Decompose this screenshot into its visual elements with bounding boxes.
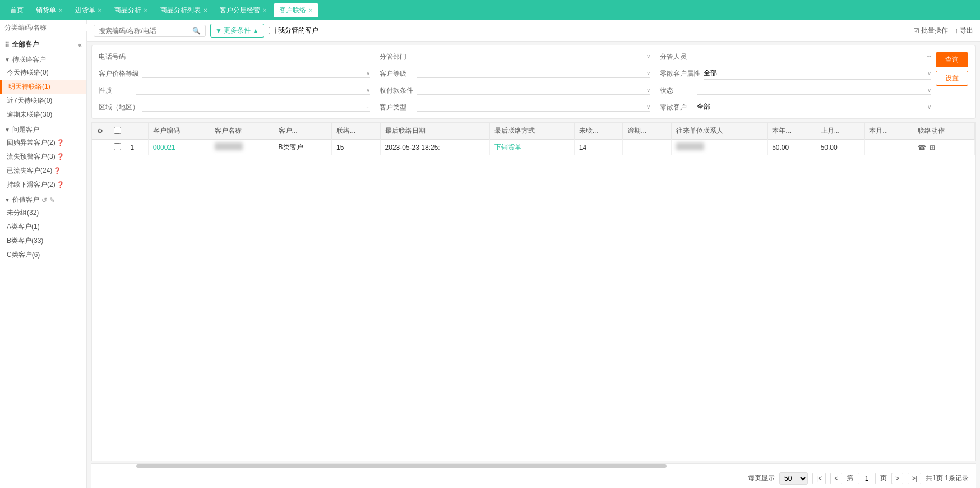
sidebar-item-repurchase-abnormal[interactable]: 回购异常客户(2) ❓ <box>0 136 86 150</box>
th-last-contact-date[interactable]: 最后联络日期 <box>380 123 489 140</box>
filter-payment-label: 收付款条件 <box>380 86 413 95</box>
th-settings[interactable]: ⚙ <box>92 123 109 140</box>
th-code[interactable]: 客户编码 <box>148 123 210 140</box>
filter-price-level-select[interactable]: ∨ <box>142 69 370 78</box>
data-table: ⚙ 客户编码 客户名称 客户... 联络... <box>92 123 975 155</box>
th-type[interactable]: 客户... <box>274 123 331 140</box>
sidebar-item-7day-contact[interactable]: 近7天待联络(0) <box>0 94 86 108</box>
query-button[interactable]: 查询 <box>936 52 968 67</box>
per-page-select[interactable]: 50 20 100 <box>779 472 808 485</box>
nav-close-icon[interactable]: ✕ <box>308 7 313 13</box>
collapse-icon[interactable]: « <box>78 41 82 49</box>
filter-retail-customer: 零散客户 全部 ∨ <box>660 101 931 113</box>
filter-dept-select[interactable]: ∨ <box>417 52 651 61</box>
nav-product-analysis-list[interactable]: 商品分析列表 ✕ <box>155 3 213 17</box>
help-icon[interactable]: ❓ <box>57 153 64 160</box>
chevron-down-icon: ∨ <box>646 104 650 110</box>
page-number-input[interactable] <box>858 473 876 484</box>
chevron-down-icon: ∨ <box>366 87 370 93</box>
sidebar-item-overdue-contact[interactable]: 逾期未联络(30) <box>0 108 86 122</box>
next-page-button[interactable]: > <box>891 473 903 484</box>
refresh-icon[interactable]: ↺ <box>41 196 47 204</box>
nav-close-icon[interactable]: ✕ <box>58 7 63 13</box>
filter-nature-select[interactable]: ∨ <box>136 86 370 95</box>
filter-region: 区域（地区） ··· <box>99 103 370 112</box>
filter-customer-type-select[interactable]: ∨ <box>417 103 651 112</box>
sidebar-item-class-b[interactable]: B类客户(33) <box>0 234 86 248</box>
my-customer-check-input[interactable] <box>269 27 276 34</box>
nav-close-icon[interactable]: ✕ <box>144 7 148 13</box>
search-icon[interactable]: 🔍 <box>192 27 201 35</box>
th-contact[interactable]: 联络... <box>332 123 381 140</box>
filter-status-select[interactable]: ∨ <box>697 86 931 95</box>
filter-phone-input[interactable] <box>136 52 370 62</box>
nav-home[interactable]: 首页 <box>4 3 29 17</box>
filter-status-label: 状态 <box>660 86 694 95</box>
sidebar-item-tomorrow-contact[interactable]: 明天待联络(1) <box>0 80 86 94</box>
nav-close-icon[interactable]: ✕ <box>203 7 207 13</box>
filter-price-level-label: 客户价格等级 <box>99 69 139 79</box>
more-action-icon[interactable]: ⊞ <box>930 144 935 151</box>
th-unit-contact[interactable]: 往来单位联系人 <box>671 123 767 140</box>
td-last-contact-way[interactable]: 下销货单 <box>489 140 574 155</box>
sidebar-item-churned[interactable]: 已流失客户(24) ❓ <box>0 164 86 178</box>
contact-icon[interactable]: ☎ <box>918 144 926 151</box>
sidebar-search-input[interactable] <box>4 24 89 31</box>
filter-region-select[interactable]: ··· <box>142 103 370 112</box>
help-icon[interactable]: ❓ <box>53 167 61 174</box>
th-checkbox[interactable] <box>109 123 126 140</box>
filter-row-4: 区域（地区） ··· 客户类型 ∨ <box>99 100 931 114</box>
my-customer-checkbox[interactable]: 我分管的客户 <box>269 26 318 35</box>
th-last-month[interactable]: 上月... <box>816 123 865 140</box>
sidebar-search-area: 🔍 <box>0 20 86 35</box>
batch-operation-button[interactable]: ☑ 批量操作 <box>913 26 948 35</box>
filter-row-3: 性质 ∨ 收付款条件 ∨ <box>99 84 931 97</box>
edit-icon[interactable]: ✎ <box>49 196 55 204</box>
sidebar-item-churn-warning[interactable]: 流失预警客户(3) ❓ <box>0 150 86 164</box>
th-overdue[interactable]: 逾期... <box>623 123 672 140</box>
nav-close-icon[interactable]: ✕ <box>98 7 102 13</box>
chevron-down-icon: ∨ <box>646 87 650 93</box>
filter-person-select[interactable]: ··· <box>697 52 931 61</box>
last-page-button[interactable]: >| <box>908 473 921 484</box>
more-filter-button[interactable]: ▼ 更多条件 ▲ <box>210 24 264 38</box>
all-customers-header[interactable]: ⠿ 全部客户 « <box>0 38 86 52</box>
setting-button[interactable]: 设置 <box>936 71 968 86</box>
sidebar-item-class-c[interactable]: C类客户(6) <box>0 248 86 262</box>
help-icon[interactable]: ❓ <box>57 181 64 188</box>
action-icons: ☎ ⊞ <box>918 144 970 151</box>
nav-customer-segmentation[interactable]: 客户分层经营 ✕ <box>214 3 272 17</box>
sidebar-item-declining[interactable]: 持续下滑客户(2) ❓ <box>0 178 86 192</box>
chevron-up-icon: ▲ <box>252 27 259 35</box>
sidebar-item-ungrouped[interactable]: 未分组(32) <box>0 206 86 220</box>
filter-retail-attr-select[interactable]: 全部 ∨ <box>704 67 931 80</box>
filter-customer-level-select[interactable]: ∨ <box>417 69 651 78</box>
sidebar-item-today-contact[interactable]: 今天待联络(0) <box>0 66 86 80</box>
nav-customer-contact[interactable]: 客户联络 ✕ <box>274 3 318 17</box>
th-name[interactable]: 客户名称 <box>210 123 274 140</box>
th-this-month[interactable]: 本月... <box>865 123 913 140</box>
select-all-checkbox[interactable] <box>114 127 121 134</box>
nav-close-icon[interactable]: ✕ <box>262 7 267 13</box>
th-uncontact[interactable]: 未联... <box>574 123 623 140</box>
th-this-year[interactable]: 本年... <box>768 123 816 140</box>
sidebar-item-class-a[interactable]: A类客户(1) <box>0 220 86 234</box>
filter-payment-select[interactable]: ∨ <box>417 86 651 95</box>
filter-retail-customer-select[interactable]: 全部 ∨ <box>697 101 931 113</box>
row-checkbox[interactable] <box>114 143 121 150</box>
td-last-month: 50.00 <box>816 140 865 155</box>
filter-dept-label: 分管部门 <box>380 52 413 62</box>
chevron-down-icon: ∨ <box>927 104 931 110</box>
td-checkbox[interactable] <box>109 140 126 155</box>
main-search-input[interactable] <box>99 27 192 35</box>
top-navigation: 首页 销货单 ✕ 进货单 ✕ 商品分析 ✕ 商品分析列表 ✕ 客户分层经营 ✕ … <box>0 0 980 20</box>
nav-sales-order[interactable]: 销货单 ✕ <box>30 3 68 17</box>
td-code[interactable]: 000021 <box>148 140 210 155</box>
nav-purchase-order[interactable]: 进货单 ✕ <box>70 3 108 17</box>
export-button[interactable]: ↑ 导出 <box>955 26 973 35</box>
prev-page-button[interactable]: < <box>830 473 842 484</box>
first-page-button[interactable]: |< <box>812 473 826 484</box>
nav-product-analysis[interactable]: 商品分析 ✕ <box>109 3 154 17</box>
help-icon[interactable]: ❓ <box>57 139 64 146</box>
th-last-contact-way[interactable]: 最后联络方式 <box>489 123 574 140</box>
